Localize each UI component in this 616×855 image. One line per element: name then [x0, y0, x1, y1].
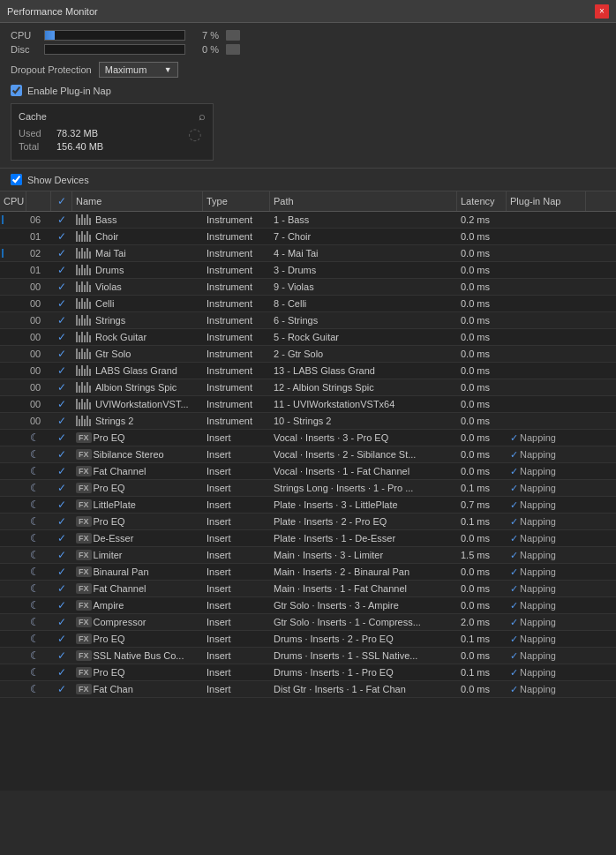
- th-type[interactable]: Type: [203, 191, 270, 211]
- row-check[interactable]: ✓: [51, 245, 72, 261]
- th-path-label: Path: [274, 196, 294, 206]
- row-check[interactable]: ✓: [51, 463, 72, 479]
- disc-value: 0 %: [192, 44, 219, 55]
- napping-label: Napping: [520, 516, 556, 527]
- plugin-name-text: Pro EQ: [94, 634, 125, 644]
- show-devices-checkbox[interactable]: [11, 174, 22, 185]
- row-check[interactable]: ✓: [51, 581, 72, 596]
- plugin-nap-status: ✓ Napping: [507, 598, 586, 613]
- plugin-nap-status: ✓ Napping: [507, 464, 586, 479]
- plugin-nap-status: [507, 251, 586, 255]
- plugin-name: FX Pro EQ: [72, 632, 203, 646]
- row-check[interactable]: ✓: [51, 346, 72, 362]
- table-row: 00✓Strings 2Instrument10 - Strings 20.0 …: [0, 413, 616, 430]
- plugin-name-text: LittlePlate: [94, 499, 136, 510]
- row-check[interactable]: ✓: [51, 312, 72, 328]
- row-check[interactable]: ✓: [51, 564, 72, 580]
- moon-icon: ☾: [30, 616, 40, 628]
- cpu-usage-cell: [0, 268, 26, 272]
- plugin-nap-status: ✓ Napping: [507, 615, 586, 630]
- close-button[interactable]: ×: [595, 4, 609, 19]
- top-panel: CPU 7 % Disc 0 % Dropout Protection Maxi…: [0, 23, 616, 169]
- row-number: 00: [26, 347, 51, 361]
- plugin-type: Insert: [203, 548, 270, 562]
- row-check[interactable]: ✓: [51, 262, 72, 278]
- plugin-latency: 0.1 ms: [457, 632, 507, 646]
- row-check[interactable]: ✓: [51, 681, 72, 697]
- nap-check-icon: ✓: [510, 600, 518, 611]
- row-check[interactable]: ✓: [51, 279, 72, 295]
- row-check[interactable]: ✓: [51, 413, 72, 429]
- napping-label: Napping: [520, 483, 556, 493]
- row-number: ☾: [26, 631, 51, 647]
- row-check[interactable]: ✓: [51, 329, 72, 345]
- table-row: 00✓StringsInstrument6 - Strings0.0 ms: [0, 312, 616, 329]
- cpu-meter-icon: [226, 30, 240, 41]
- plugin-name-text: Ampire: [94, 600, 124, 611]
- th-latency[interactable]: Latency: [457, 191, 507, 211]
- row-number: ☾: [26, 514, 51, 529]
- row-check[interactable]: ✓: [51, 229, 72, 244]
- row-check[interactable]: ✓: [51, 648, 72, 664]
- enable-plugin-nap-label[interactable]: Enable Plug-in Nap: [27, 86, 111, 96]
- row-check[interactable]: ✓: [51, 396, 72, 412]
- instrument-icon: [76, 214, 91, 225]
- napping-label: Napping: [520, 667, 556, 678]
- row-number: ☾: [26, 664, 51, 680]
- fx-badge-icon: FX: [76, 432, 92, 443]
- th-cpu[interactable]: CPU ▲: [0, 191, 26, 211]
- th-check[interactable]: ✓: [51, 191, 72, 211]
- check-icon: ✓: [57, 348, 66, 360]
- cpu-usage-cell: [0, 214, 26, 226]
- plugin-path: Main · Inserts · 3 - Limiter: [270, 548, 457, 562]
- instrument-icon: [76, 315, 91, 326]
- row-check[interactable]: ✓: [51, 296, 72, 311]
- row-check[interactable]: ✓: [51, 514, 72, 529]
- row-number: 00: [26, 313, 51, 327]
- plugin-type: Instrument: [203, 280, 270, 294]
- instrument-icon: [76, 332, 91, 342]
- table-row: ☾✓FX Pro EQInsertStrings Long · Inserts …: [0, 480, 616, 497]
- plugin-nap-status: ✓ Napping: [507, 665, 586, 680]
- napping-label: Napping: [520, 499, 556, 510]
- row-number: ☾: [26, 681, 51, 697]
- instrument-icon: [76, 281, 91, 292]
- cpu-bar: [45, 31, 55, 40]
- row-check[interactable]: ✓: [51, 631, 72, 647]
- instrument-icon: [76, 265, 91, 275]
- row-check[interactable]: ✓: [51, 497, 72, 513]
- fx-badge-icon: FX: [76, 684, 92, 694]
- plugin-path: 6 - Strings: [270, 313, 457, 327]
- row-number: 01: [26, 229, 51, 244]
- enable-plugin-nap-checkbox[interactable]: [11, 85, 22, 96]
- dropout-protection-dropdown[interactable]: Maximum ▼: [99, 62, 178, 78]
- plugin-latency: 0.0 ms: [457, 414, 507, 428]
- table-container[interactable]: CPU ▲ ✓ Name Type Path Latency Plug-in N…: [0, 191, 616, 791]
- plugin-nap-status: [507, 352, 586, 356]
- plugin-type: Instrument: [203, 380, 270, 394]
- napping-label: Napping: [520, 550, 556, 560]
- cpu-usage-cell: [0, 386, 26, 389]
- nap-check-icon: ✓: [510, 617, 518, 628]
- row-check[interactable]: ✓: [51, 379, 72, 395]
- row-check[interactable]: ✓: [51, 614, 72, 630]
- row-check[interactable]: ✓: [51, 430, 72, 446]
- row-check[interactable]: ✓: [51, 664, 72, 680]
- search-icon[interactable]: ⌕: [199, 109, 206, 123]
- row-check[interactable]: ✓: [51, 363, 72, 379]
- plugin-type: Instrument: [203, 229, 270, 244]
- show-devices-label[interactable]: Show Devices: [27, 175, 89, 185]
- th-plugin-nap[interactable]: Plug-in Nap: [507, 191, 586, 211]
- row-check[interactable]: ✓: [51, 212, 72, 228]
- row-check[interactable]: ✓: [51, 530, 72, 546]
- th-name[interactable]: Name: [72, 191, 203, 211]
- th-path[interactable]: Path: [270, 191, 457, 211]
- row-check[interactable]: ✓: [51, 547, 72, 563]
- row-check[interactable]: ✓: [51, 597, 72, 613]
- cache-used-value: 78.32 MB: [56, 128, 98, 139]
- plugin-name: Mai Tai: [72, 246, 203, 260]
- dropout-protection-label: Dropout Protection: [11, 64, 92, 75]
- row-check[interactable]: ✓: [51, 446, 72, 462]
- row-check[interactable]: ✓: [51, 480, 72, 496]
- plugin-name: Bass: [72, 213, 203, 227]
